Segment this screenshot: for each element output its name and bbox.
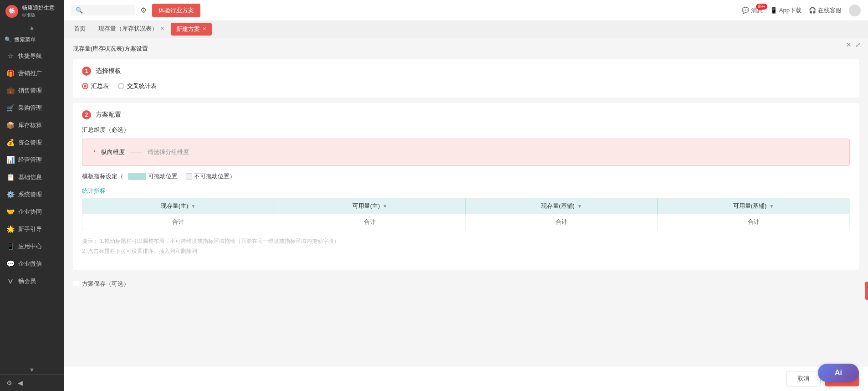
col-header-3[interactable]: 可用量(基辅) ▼ [658, 198, 849, 214]
col-header-0[interactable]: 现存量(主) ▼ [82, 198, 274, 214]
sidebar-item-system[interactable]: ⚙️ 系统管理 [0, 186, 64, 203]
tip-line-2: 2. 点击标题栏下拉可设置排序、插入列和删除列 [82, 247, 850, 257]
col-header-1[interactable]: 可用量(主) ▼ [274, 198, 466, 214]
tab-home[interactable]: 首页 [67, 22, 92, 36]
sidebar-item-label: 资金管理 [18, 139, 42, 147]
topbar: 🔍 ⚙ 体验行业方案 💬 消息 99+ 📱 App下载 🎧 在线客服 [64, 0, 868, 21]
tabbar: 首页 现存量（库存状况表） ✕ 新建方案 ✕ [64, 21, 868, 37]
settings-gear-icon[interactable]: ⚙ [140, 6, 147, 15]
message-button[interactable]: 💬 消息 99+ [742, 6, 763, 15]
stats-cell-0-2: 合计 [466, 214, 658, 230]
sidebar-item-app-center[interactable]: 📱 应用中心 [0, 238, 64, 255]
dimension-required-label: 汇总维度（必选） [82, 126, 850, 134]
app-download-icon: 📱 [770, 7, 777, 14]
purchase-icon: 🛒 [6, 104, 15, 112]
sidebar-item-basic-info[interactable]: 📋 基础信息 [0, 169, 64, 186]
settings-icon[interactable]: ⚙ [6, 379, 12, 386]
industry-scheme-button[interactable]: 体验行业方案 [152, 4, 200, 17]
col-header-label-3: 可用量(基辅) [733, 202, 767, 210]
sidebar-item-finance[interactable]: 💰 资金管理 [0, 134, 64, 151]
quick-nav-icon: ☆ [6, 52, 15, 60]
member-icon: V [6, 277, 15, 285]
col-header-label-0: 现存量(主) [161, 202, 189, 210]
col-chevron-0: ▼ [191, 204, 195, 209]
sidebar-item-operation[interactable]: 📊 经营管理 [0, 151, 64, 169]
user-avatar[interactable] [849, 5, 861, 16]
collapse-icon[interactable]: ◀ [18, 379, 23, 386]
topbar-right: 💬 消息 99+ 📱 App下载 🎧 在线客服 [742, 5, 861, 16]
save-checkbox[interactable] [73, 281, 79, 287]
app-logo: 畅 畅康通好生意 标准版 [0, 0, 64, 23]
stats-cell-0-3: 合计 [658, 214, 849, 230]
enterprise-icon: 🤝 [6, 208, 15, 216]
radio-summary[interactable]: 汇总表 [82, 82, 109, 90]
draggable-label: 可拖动位置 [148, 172, 178, 180]
radio-crosstab-dot [118, 83, 124, 89]
sidebar-item-purchase[interactable]: 🛒 采购管理 [0, 99, 64, 117]
message-badge: 99+ [756, 4, 767, 10]
stats-cell-0-0: 合计 [82, 214, 274, 230]
radio-crosstab-label: 交叉统计表 [127, 82, 157, 90]
template-radio-group: 汇总表 交叉统计表 [82, 82, 850, 90]
sidebar-item-label: 系统管理 [18, 190, 42, 199]
online-support-button[interactable]: 🎧 在线客服 [809, 6, 842, 15]
sidebar-item-label: 经营管理 [18, 156, 42, 164]
ai-button[interactable]: Ai [818, 364, 859, 382]
sidebar-item-label: 采购管理 [18, 104, 42, 112]
indicator-setting-label: 模板指标设定（ [82, 172, 123, 180]
cancel-button[interactable]: 取消 [786, 371, 821, 386]
scroll-up-button[interactable]: ▲ [0, 23, 64, 32]
sidebar-item-wechat[interactable]: 💬 企业微信 [0, 255, 64, 273]
topbar-search-input[interactable] [86, 7, 131, 14]
draggable-box [128, 173, 146, 180]
tab-new-label: 新建方案 [176, 25, 200, 33]
page-title: 现存量(库存状况表)方案设置 [73, 45, 859, 53]
app-name-block: 畅康通好生意 标准版 [22, 5, 55, 18]
step1-label: 选择模板 [96, 67, 121, 75]
save-option-row[interactable]: 方案保存（可选） [73, 275, 859, 293]
close-window-button[interactable]: ✕ [846, 41, 852, 48]
step2-badge: 2 [82, 110, 91, 119]
sidebar-item-quick-nav[interactable]: ☆ 快捷导航 [0, 47, 64, 65]
topbar-search-icon: 🔍 [76, 7, 83, 14]
system-icon: ⚙️ [6, 190, 15, 199]
tip-line-1: 提示： 1.拖动标题栏可以调整布局，不可跨维度或指标区域拖动（只能在同一维度或指… [82, 237, 850, 247]
radio-crosstab[interactable]: 交叉统计表 [118, 82, 157, 90]
required-mark: * [93, 149, 96, 156]
app-download-button[interactable]: 📱 App下载 [770, 6, 802, 15]
non-draggable-indicator: 不可拖动位置） [186, 172, 235, 180]
sidebar-item-marketing[interactable]: 🎁 营销推广 [0, 65, 64, 82]
col-header-2[interactable]: 现存量(基辅) ▼ [466, 198, 658, 214]
draggable-indicator: 可拖动位置 [128, 172, 178, 180]
col-chevron-1: ▼ [383, 204, 387, 209]
sidebar: 畅 畅康通好生意 标准版 ▲ 🔍 搜索菜单 ☆ 快捷导航 🎁 营销推广 💼 销售… [0, 0, 64, 391]
tab-inventory-close-button[interactable]: ✕ [160, 26, 164, 31]
scroll-down-button[interactable]: ▼ [0, 365, 64, 374]
tab-inventory-status[interactable]: 现存量（库存状况表） ✕ [92, 22, 171, 36]
sales-icon: 💼 [6, 87, 15, 95]
search-menu-button[interactable]: 🔍 搜索菜单 [0, 32, 64, 47]
tips-section: 提示： 1.拖动标题栏可以调整布局，不可跨维度或指标区域拖动（只能在同一维度或指… [82, 237, 850, 256]
topbar-left: 🔍 ⚙ 体验行业方案 [71, 4, 200, 17]
stats-table-header: 现存量(主) ▼ 可用量(主) ▼ 现存量(基辅) ▼ 可用量(基辅) [82, 198, 849, 214]
sidebar-item-member[interactable]: V 畅会员 [0, 273, 64, 290]
sidebar-item-inventory[interactable]: 📦 库存核算 [0, 117, 64, 134]
sidebar-item-label: 企业协同 [18, 208, 42, 216]
maximize-window-button[interactable]: ⤢ [855, 41, 861, 48]
sidebar-item-enterprise[interactable]: 🤝 企业协同 [0, 203, 64, 221]
logo-icon: 畅 [5, 5, 18, 18]
sidebar-item-guide[interactable]: 🌟 新手引导 [0, 221, 64, 238]
dimension-selector-box[interactable]: * 纵向维度 —— 请选择分组维度 [82, 139, 850, 166]
tab-new-close-button[interactable]: ✕ [202, 26, 206, 32]
step2-header: 2 方案配置 [82, 110, 850, 119]
window-controls: ✕ ⤢ [846, 41, 861, 48]
tab-new-scheme[interactable]: 新建方案 ✕ [171, 23, 212, 36]
dimension-sep: —— [130, 149, 142, 156]
sidebar-item-sales[interactable]: 💼 销售管理 [0, 82, 64, 99]
action-bar: 取消 查询 [64, 366, 868, 391]
sidebar-item-label: 库存核算 [18, 121, 42, 129]
non-draggable-box [186, 173, 192, 180]
step2-label: 方案配置 [96, 111, 121, 119]
app-download-label: App下载 [779, 6, 802, 15]
radio-summary-dot [82, 83, 88, 89]
